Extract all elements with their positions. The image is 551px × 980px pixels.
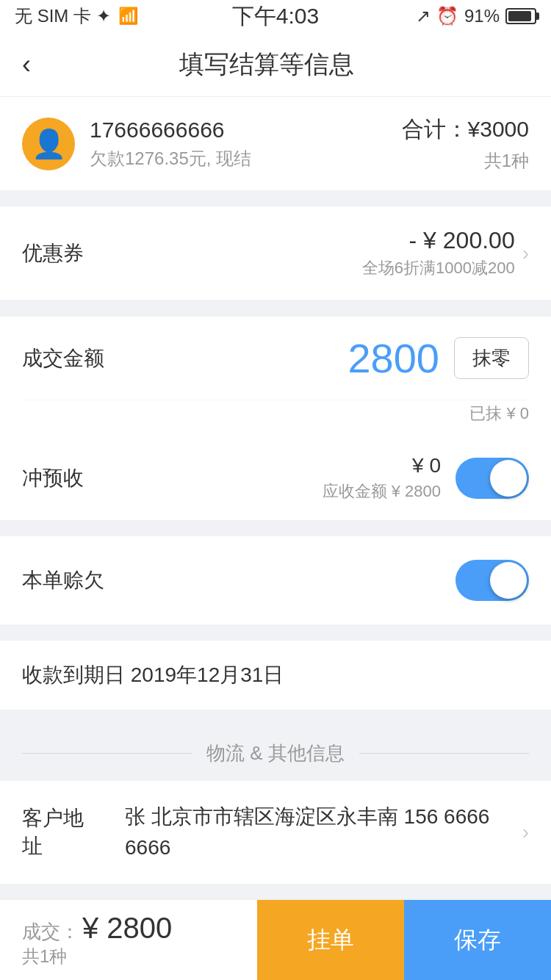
coupon-right: - ¥ 200.00 全场6折满1000减200 — [362, 227, 515, 279]
bottom-bar: 成交： ¥ 2800 共1种 挂单 保存 — [0, 899, 551, 980]
bottom-amount: ¥ 2800 — [82, 912, 172, 945]
date-section: 收款到期日 2019年12月31日 — [0, 641, 551, 710]
status-time: 下午4:03 — [232, 1, 319, 32]
status-left: 无 SIM 卡 ✦ 📶 — [15, 4, 138, 28]
customer-row: 👤 17666666666 欠款1276.35元, 现结 合计：¥3000 共1… — [0, 97, 551, 190]
save-button[interactable]: 保存 — [404, 900, 551, 980]
coupon-discount: - ¥ 200.00 — [362, 227, 515, 254]
coupon-chevron-icon: › — [522, 242, 529, 265]
sep-line-right — [359, 753, 529, 754]
address-chevron-icon: › — [522, 821, 529, 844]
debt-section: 本单赊欠 — [0, 536, 551, 624]
pre-receive-sub: 应收金额 ¥ 2800 — [323, 480, 441, 502]
coupon-detail: 全场6折满1000减200 — [362, 257, 515, 279]
pre-receive-value: ¥ 0 — [323, 454, 441, 478]
debt-row: 本单赊欠 — [22, 536, 529, 624]
pending-button[interactable]: 挂单 — [257, 900, 404, 980]
alarm-icon: ⏰ — [436, 6, 458, 26]
divider-5 — [0, 711, 551, 726]
debt-toggle[interactable] — [455, 560, 529, 601]
sep-line-left — [22, 753, 192, 754]
address-content: 张 北京市市辖区海淀区永丰南 156 6666 6666 — [125, 801, 515, 863]
address-section[interactable]: 客户地址 张 北京市市辖区海淀区永丰南 156 6666 6666 › — [0, 781, 551, 884]
sim-label: 无 SIM 卡 ✦ — [15, 4, 111, 28]
amount-row: 成交金额 2800 抹零 — [22, 317, 529, 400]
battery-percent: 91% — [464, 6, 500, 26]
total-count: 共1种 — [402, 149, 529, 173]
wifi-icon: 📶 — [118, 7, 138, 26]
amount-label: 成交金额 — [22, 345, 347, 372]
amount-sub: 已抹 ¥ 0 — [469, 404, 529, 422]
page-title: 填写结算等信息 — [46, 48, 488, 82]
status-bar: 无 SIM 卡 ✦ 📶 下午4:03 ↗ ⏰ 91% — [0, 0, 551, 32]
status-right: ↗ ⏰ 91% — [416, 6, 536, 26]
logistics-separator: 物流 & 其他信息 — [0, 726, 551, 781]
location-icon: ↗ — [416, 6, 431, 26]
customer-info: 17666666666 欠款1276.35元, 现结 — [90, 118, 402, 170]
amount-value: 2800 — [347, 334, 439, 382]
bottom-count: 共1种 — [22, 945, 235, 968]
due-date-label: 收款到期日 2019年12月31日 — [22, 663, 284, 686]
debt-label: 本单赊欠 — [22, 566, 455, 594]
user-icon: 👤 — [32, 128, 66, 160]
amount-right: 2800 抹零 — [347, 334, 529, 382]
divider-2 — [0, 302, 551, 317]
bottom-deal-label: 成交： — [22, 919, 79, 945]
round-button[interactable]: 抹零 — [454, 337, 529, 379]
divider-1 — [0, 192, 551, 206]
back-button[interactable]: ‹ — [22, 49, 46, 80]
pre-receive-row: 冲预收 ¥ 0 应收金额 ¥ 2800 — [22, 436, 529, 520]
divider-4 — [0, 626, 551, 641]
logistics-label: 物流 & 其他信息 — [206, 741, 345, 766]
pre-receive-label: 冲预收 — [22, 464, 323, 492]
header: ‹ 填写结算等信息 — [0, 32, 551, 97]
battery-icon — [505, 8, 536, 24]
coupon-label: 优惠券 — [22, 239, 362, 267]
pre-receive-amount: ¥ 0 应收金额 ¥ 2800 — [323, 454, 441, 502]
address-label: 客户地址 — [22, 804, 103, 860]
pre-receive-toggle[interactable] — [455, 458, 529, 499]
total-amount: 合计：¥3000 — [402, 115, 529, 145]
toggle-knob — [490, 460, 527, 497]
coupon-row[interactable]: 优惠券 - ¥ 200.00 全场6折满1000减200 › — [0, 206, 551, 300]
customer-sub: 欠款1276.35元, 现结 — [90, 147, 402, 170]
total-info: 合计：¥3000 共1种 — [402, 115, 529, 173]
divider-3 — [0, 522, 551, 536]
customer-phone: 17666666666 — [90, 118, 402, 143]
bottom-info: 成交： ¥ 2800 共1种 — [0, 900, 257, 980]
amount-section: 成交金额 2800 抹零 已抹 ¥ 0 冲预收 ¥ 0 应收金额 ¥ 2800 — [0, 317, 551, 520]
debt-toggle-knob — [490, 562, 527, 599]
avatar: 👤 — [22, 118, 75, 170]
pre-receive-right: ¥ 0 应收金额 ¥ 2800 — [323, 454, 529, 502]
